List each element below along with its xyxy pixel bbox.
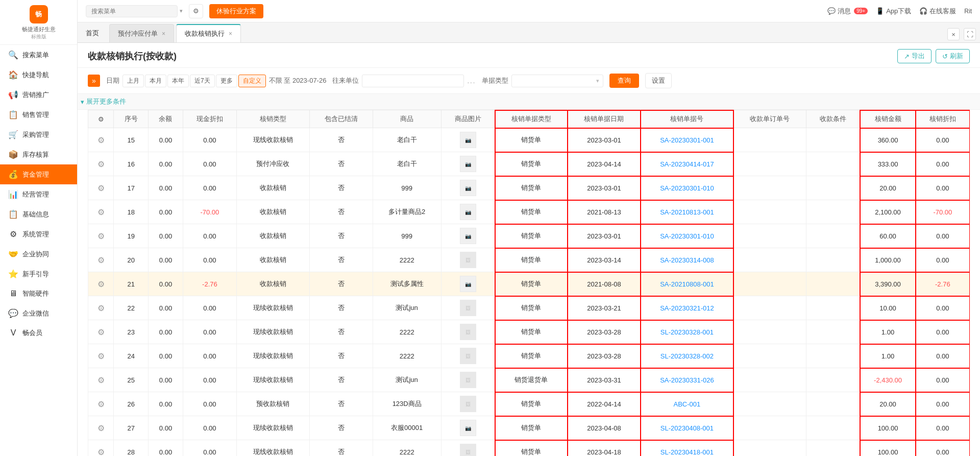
finance-icon: 💰 xyxy=(8,170,18,179)
col-settings: ⚙ xyxy=(88,110,114,128)
cell-writeoff-type: 现线收款核销 xyxy=(237,440,310,457)
cell-bill-date: 2023-03-14 xyxy=(568,248,641,272)
tab-prepay-label: 预付冲应付单 xyxy=(118,29,158,38)
tab-prepay[interactable]: 预付冲应付单 × xyxy=(109,24,174,42)
bill-no-link[interactable]: ABC-001 xyxy=(674,400,701,408)
filter-btn-this-month[interactable]: 本月 xyxy=(145,75,166,87)
bill-no-link[interactable]: SA-20210808-001 xyxy=(660,280,714,288)
filter-btn-more[interactable]: 更多 xyxy=(216,75,237,87)
bill-no-link[interactable]: SL-20230328-001 xyxy=(660,328,714,336)
cell-product-img: 🖼 xyxy=(441,392,495,416)
filter-btn-last-month[interactable]: 上月 xyxy=(122,75,144,87)
filter-bar: » 日期 上月 本月 本年 近7天 更多 自定义 不限 至 2023-07-26… xyxy=(78,68,980,94)
cell-cash-discount: 0.00 xyxy=(183,344,236,368)
topbar-search-input[interactable] xyxy=(86,5,178,17)
table-row: ⚙ 20 0.00 0.00 收款核销 否 2222 🖼 销货单 2023-03… xyxy=(88,248,970,272)
product-img: 📷 xyxy=(460,204,476,220)
tab-close-all-btn[interactable]: × xyxy=(947,28,960,40)
bill-no-link[interactable]: SA-20230414-017 xyxy=(660,160,714,168)
cell-cash-discount: 0.00 xyxy=(183,320,236,344)
bill-no-link[interactable]: SL-20230408-001 xyxy=(660,424,714,432)
logo-icon: 畅 xyxy=(30,5,48,23)
table-row: ⚙ 19 0.00 0.00 收款核销 否 999 📷 销货单 2023-03-… xyxy=(88,224,970,248)
cell-settings: ⚙ xyxy=(88,440,114,457)
sidebar-item-basic[interactable]: 📋基础信息 xyxy=(0,204,77,224)
bill-no-link[interactable]: SA-20230321-012 xyxy=(660,304,714,312)
cell-writeoff-amt: 10.00 xyxy=(860,296,916,320)
filter-type-select[interactable] xyxy=(511,75,603,87)
expand-more-btn[interactable]: ▾ 展开更多条件 xyxy=(81,97,977,106)
cell-balance: 0.00 xyxy=(149,416,183,440)
sidebar-item-system[interactable]: ⚙系统管理 xyxy=(0,224,77,244)
cell-cash-discount: 0.00 xyxy=(183,296,236,320)
sidebar-item-hardware[interactable]: 🖥智能硬件 xyxy=(0,284,77,303)
headset-icon: 🎧 xyxy=(919,7,927,15)
cell-bill-date: 2023-03-01 xyxy=(568,176,641,200)
table-row: ⚙ 28 0.00 0.00 现线收款核销 否 2222 🖼 销货单 2023-… xyxy=(88,440,970,457)
tab-prepay-close[interactable]: × xyxy=(162,30,165,37)
tab-receipt-close[interactable]: × xyxy=(229,30,232,37)
cell-bill-date: 2021-08-08 xyxy=(568,272,641,296)
bill-no-link[interactable]: SA-20230301-010 xyxy=(660,184,714,192)
cell-no: 23 xyxy=(114,320,149,344)
quick-nav-icon: 🏠 xyxy=(8,70,18,80)
topbar-settings-btn[interactable]: ⚙ xyxy=(189,4,203,18)
tab-maximize-btn[interactable]: ⛶ xyxy=(964,28,976,40)
tab-home[interactable]: 首页 xyxy=(78,24,107,42)
table-row: ⚙ 18 0.00 -70.00 收款核销 否 多计量商品2 📷 销货单 202… xyxy=(88,200,970,224)
filter-btn-custom[interactable]: 自定义 xyxy=(238,75,266,87)
sidebar-item-label-finance: 资金管理 xyxy=(22,170,49,179)
filter-settings-btn[interactable]: 设置 xyxy=(645,73,672,88)
bill-no-link[interactable]: SA-20210813-001 xyxy=(660,208,714,216)
sidebar-item-quick-nav[interactable]: 🏠快捷导航 xyxy=(0,65,77,85)
cell-product-img: 📷 xyxy=(441,152,495,176)
refresh-btn[interactable]: ↺ 刷新 xyxy=(936,49,970,63)
chevron-down-icon: ▾ xyxy=(81,98,84,106)
sidebar-item-search[interactable]: 🔍搜索菜单 xyxy=(0,45,77,65)
bill-no-link[interactable]: SL-20230418-001 xyxy=(660,448,714,456)
bill-no-link[interactable]: SA-20230301-010 xyxy=(660,232,714,240)
cell-bill-type: 销货单 xyxy=(495,416,568,440)
sidebar-item-sales[interactable]: 📋销售管理 xyxy=(0,105,77,125)
collab-icon: 🤝 xyxy=(8,249,18,259)
sidebar-item-collab[interactable]: 🤝企业协同 xyxy=(0,244,77,264)
bill-no-link[interactable]: SA-20230301-001 xyxy=(660,136,714,144)
cell-writeoff-discount: 0.00 xyxy=(916,152,969,176)
topbar-message-btn[interactable]: 💬 消息 99+ xyxy=(827,7,868,16)
product-img: 📷 xyxy=(460,420,476,436)
cell-no: 15 xyxy=(114,128,149,152)
sidebar-item-guide[interactable]: ⭐新手引导 xyxy=(0,264,77,284)
filter-collapse-btn[interactable]: » xyxy=(88,75,100,87)
topbar-industry-btn[interactable]: 休验行业方案 xyxy=(209,4,263,18)
filter-search-btn[interactable]: 查询 xyxy=(609,74,639,88)
sidebar-item-marketing[interactable]: 📢营销推广 xyxy=(0,85,77,105)
sidebar-item-member[interactable]: V畅会员 xyxy=(0,323,77,343)
sidebar-item-label-sales: 销售管理 xyxy=(22,110,49,119)
filter-unit-input[interactable] xyxy=(362,75,464,87)
sidebar-item-business[interactable]: 📊经营管理 xyxy=(0,184,77,204)
export-btn[interactable]: ↗ 导出 xyxy=(897,49,932,63)
filter-btn-this-year[interactable]: 本年 xyxy=(167,75,189,87)
tab-receipt[interactable]: 收款核销执行 × xyxy=(176,24,241,42)
sidebar-item-wechat[interactable]: 💬企业微信 xyxy=(0,303,77,323)
topbar: ▾ ⚙ 休验行业方案 💬 消息 99+ 📱 App下载 🎧 在线客服 Rit xyxy=(78,0,980,22)
topbar-app-btn[interactable]: 📱 App下载 xyxy=(876,7,911,16)
product-img: 📷 xyxy=(460,156,476,172)
topbar-search-area[interactable]: ▾ xyxy=(86,5,183,17)
filter-btn-7days[interactable]: 近7天 xyxy=(190,75,215,87)
sidebar-item-purchase[interactable]: 🛒采购管理 xyxy=(0,125,77,145)
bill-no-link[interactable]: SA-20230331-026 xyxy=(660,376,714,384)
cell-receipt-cond xyxy=(806,176,860,200)
cell-writeoff-discount: 0.00 xyxy=(916,368,969,392)
bill-no-link[interactable]: SL-20230328-002 xyxy=(660,352,714,360)
topbar-service-btn[interactable]: 🎧 在线客服 xyxy=(919,7,956,16)
sidebar-item-inventory[interactable]: 📦库存核算 xyxy=(0,145,77,164)
sidebar-item-finance[interactable]: 💰资金管理 xyxy=(0,164,77,184)
topbar-right: 💬 消息 99+ 📱 App下载 🎧 在线客服 Rit xyxy=(827,7,972,16)
cell-cash-discount: 0.00 xyxy=(183,248,236,272)
cell-product-img: 📷 xyxy=(441,200,495,224)
tabbar: 首页 预付冲应付单 × 收款核销执行 × × ⛶ xyxy=(78,22,980,43)
col-product: 商品 xyxy=(373,110,441,128)
bill-no-link[interactable]: SA-20230314-008 xyxy=(660,256,714,264)
cell-cash-discount: 0.00 xyxy=(183,224,236,248)
